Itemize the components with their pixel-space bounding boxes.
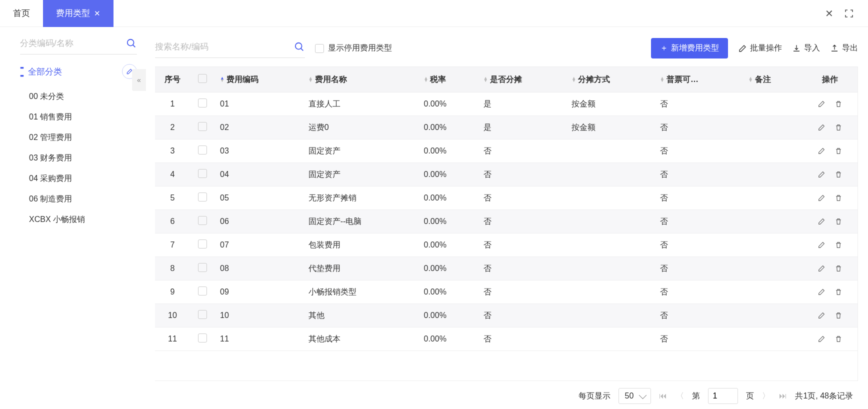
cell-checkbox[interactable]: [190, 280, 215, 304]
close-icon[interactable]: ✕: [94, 9, 100, 18]
cell-checkbox[interactable]: [190, 186, 215, 210]
col-rate[interactable]: ▲▼税率: [419, 67, 478, 92]
cell-general: 否: [655, 186, 744, 210]
delete-row-button[interactable]: [834, 312, 842, 320]
sidebar-item[interactable]: 03 财务费用: [29, 148, 137, 168]
col-name[interactable]: ▲▼费用名称: [304, 67, 419, 92]
checkbox-box: [315, 44, 324, 53]
sidebar-item[interactable]: 01 销售费用: [29, 107, 137, 128]
delete-row-button[interactable]: [834, 335, 842, 343]
cell-checkbox[interactable]: [190, 304, 215, 328]
cell-rate: 0.00%: [419, 210, 478, 234]
edit-row-button[interactable]: [818, 100, 826, 108]
add-expense-type-button[interactable]: ＋ 新增费用类型: [651, 38, 728, 58]
edit-row-button[interactable]: [818, 218, 826, 226]
cell-share: 否: [478, 210, 567, 234]
delete-row-button[interactable]: [834, 194, 842, 202]
delete-row-button[interactable]: [834, 218, 842, 226]
edit-row-button[interactable]: [818, 241, 826, 249]
first-page-button[interactable]: ⏮: [659, 392, 667, 400]
tab-home[interactable]: 首页: [0, 0, 43, 27]
edit-row-button[interactable]: [818, 194, 826, 202]
delete-row-button[interactable]: [834, 124, 842, 132]
cell-share: 否: [478, 280, 567, 304]
cell-checkbox[interactable]: [190, 210, 215, 234]
all-categories-row[interactable]: ▪▪▪▪ 全部分类: [20, 64, 137, 80]
col-select-all[interactable]: [190, 67, 215, 92]
cell-checkbox[interactable]: [190, 92, 215, 116]
delete-row-button[interactable]: [834, 241, 842, 249]
sidebar-search-input[interactable]: [20, 38, 126, 48]
cell-share: 否: [478, 257, 567, 280]
delete-row-button[interactable]: [834, 100, 842, 108]
cell-checkbox[interactable]: [190, 163, 215, 186]
cell-checkbox[interactable]: [190, 328, 215, 351]
page-number-input[interactable]: [708, 388, 738, 404]
svg-line-3: [301, 48, 304, 51]
import-button[interactable]: 导入: [792, 43, 820, 54]
page-label-pre: 第: [692, 391, 700, 402]
col-general[interactable]: ▲▼普票可…: [655, 67, 744, 92]
cell-name: 直接人工: [304, 92, 419, 116]
export-icon: [830, 44, 839, 53]
sidebar-item[interactable]: 04 采购费用: [29, 168, 137, 189]
cell-operations: [802, 92, 858, 116]
edit-row-button[interactable]: [818, 264, 826, 272]
delete-row-button[interactable]: [834, 147, 842, 155]
search-icon[interactable]: [126, 38, 137, 49]
edit-row-button[interactable]: [818, 288, 826, 296]
cell-checkbox[interactable]: [190, 234, 215, 257]
cell-share-mode: [566, 234, 655, 257]
edit-row-button[interactable]: [818, 312, 826, 320]
delete-row-button[interactable]: [834, 170, 842, 178]
cell-checkbox[interactable]: [190, 116, 215, 140]
fullscreen-icon[interactable]: [839, 4, 859, 24]
cell-remark: [744, 257, 802, 280]
svg-line-1: [133, 45, 136, 48]
cell-operations: [802, 186, 858, 210]
per-page-label: 每页显示: [578, 391, 610, 402]
cell-general: 否: [655, 234, 744, 257]
last-page-button[interactable]: ⏭: [779, 392, 787, 400]
cell-share-mode: [566, 140, 655, 163]
delete-row-button[interactable]: [834, 264, 842, 272]
col-operations: 操作: [802, 67, 858, 92]
cell-index: 5: [155, 186, 190, 210]
page-size-select[interactable]: 50: [618, 388, 652, 404]
sidebar-item[interactable]: 02 管理费用: [29, 128, 137, 148]
sidebar-item[interactable]: 00 未分类: [29, 86, 137, 107]
main-search-input[interactable]: [155, 42, 294, 52]
cell-share: 否: [478, 163, 567, 186]
select-all-checkbox[interactable]: [198, 74, 207, 83]
cell-checkbox[interactable]: [190, 140, 215, 163]
delete-row-button[interactable]: [834, 288, 842, 296]
show-disabled-checkbox[interactable]: 显示停用费用类型: [315, 43, 392, 54]
cell-share: 否: [478, 234, 567, 257]
col-share[interactable]: ▲▼是否分摊: [478, 67, 567, 92]
sidebar-item[interactable]: 06 制造费用: [29, 189, 137, 210]
cell-share: 是: [478, 92, 567, 116]
edit-row-button[interactable]: [818, 147, 826, 155]
cell-remark: [744, 163, 802, 186]
edit-row-button[interactable]: [818, 170, 826, 178]
next-page-button[interactable]: 〉: [762, 391, 770, 402]
tab-expense-type[interactable]: 费用类型 ✕: [43, 0, 114, 27]
cell-share-mode: [566, 328, 655, 351]
close-all-tabs-button[interactable]: ✕: [819, 4, 839, 24]
cell-checkbox[interactable]: [190, 257, 215, 280]
col-code[interactable]: ▲▼费用编码: [215, 67, 304, 92]
prev-page-button[interactable]: 〈: [676, 391, 684, 402]
cell-rate: 0.00%: [419, 234, 478, 257]
search-icon[interactable]: [294, 42, 305, 52]
edit-row-button[interactable]: [818, 335, 826, 343]
bulk-action-button[interactable]: 批量操作: [738, 43, 782, 54]
col-remark[interactable]: ▲▼备注: [744, 67, 802, 92]
col-index[interactable]: 序号: [155, 67, 190, 92]
cell-operations: [802, 210, 858, 234]
col-share-mode[interactable]: ▲▼分摊方式: [566, 67, 655, 92]
collapse-sidebar-button[interactable]: «: [132, 69, 146, 91]
edit-row-button[interactable]: [818, 124, 826, 132]
sidebar-item[interactable]: XCBX 小畅报销: [29, 210, 137, 230]
bulk-label: 批量操作: [750, 43, 782, 54]
export-button[interactable]: 导出: [830, 43, 858, 54]
